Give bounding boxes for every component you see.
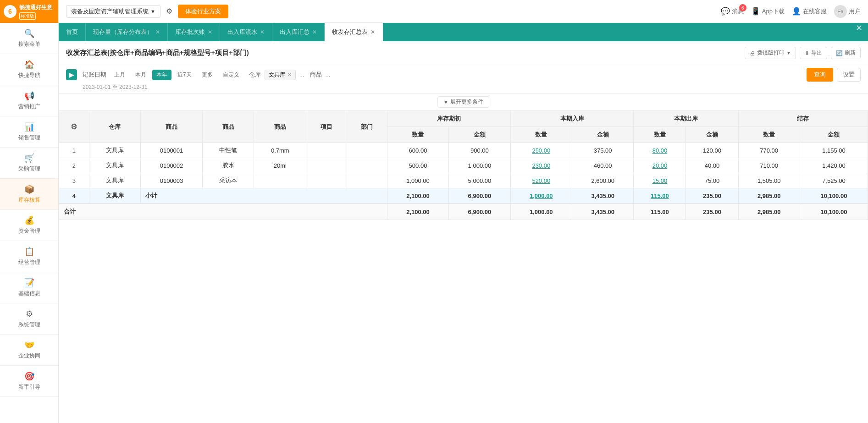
sidebar-item-search[interactable]: 🔍 搜索菜单 <box>0 23 58 54</box>
sidebar-item-inventory[interactable]: 📦 库存核算 <box>0 179 58 210</box>
tab-batch-ledger[interactable]: 库存批次账 ✕ <box>168 23 220 41</box>
row-project-0 <box>306 143 347 158</box>
sidebar-item-basic-info[interactable]: 📝 基础信息 <box>0 272 58 303</box>
row-in-amt-0: 375.00 <box>572 143 634 158</box>
row-out-qty-0[interactable]: 80.00 <box>634 143 686 158</box>
sidebar-item-enterprise[interactable]: 🤝 企业协同 <box>0 335 58 366</box>
marketing-icon: 📢 <box>24 91 34 101</box>
warehouse-tag-text: 文具库 <box>269 71 285 79</box>
warehouse-filter: 仓库 文具库 ✕ ... <box>249 70 304 80</box>
filter-toggle-arrow[interactable]: ▶ <box>66 69 77 80</box>
message-action[interactable]: 💬 消息 6 <box>721 7 744 16</box>
row-in-qty-2[interactable]: 520.00 <box>510 173 572 188</box>
sidebar-item-finance[interactable]: 💰 资金管理 <box>0 210 58 241</box>
row-open-qty-2: 1,000.00 <box>387 173 448 188</box>
tab-close-in-out-summary[interactable]: ✕ <box>312 29 317 35</box>
sidebar-item-purchase[interactable]: 🛒 采购管理 <box>0 148 58 179</box>
table-row: 2 文具库 0100002 胶水 20ml 500.00 1,000.00 23… <box>59 158 868 173</box>
sidebar-item-quick-nav[interactable]: 🏠 快捷导航 <box>0 54 58 85</box>
system-select[interactable]: 装备及固定资产辅助管理系统 ▼ <box>66 5 160 18</box>
row-dept-2 <box>347 173 387 188</box>
sub-open-qty: 数量 <box>387 127 448 143</box>
topbar: 装备及固定资产辅助管理系统 ▼ ⚙ 体验行业方案 💬 消息 6 📱 App下载 … <box>59 0 868 23</box>
sidebar-item-system[interactable]: ⚙ 系统管理 <box>0 303 58 335</box>
date-btn-this-month[interactable]: 本月 <box>131 70 150 80</box>
row-index-1: 2 <box>59 158 89 173</box>
tab-home-label: 首页 <box>66 28 78 36</box>
tab-close-inventory-dist[interactable]: ✕ <box>155 29 160 35</box>
date-filter-group: 记账日期 上月 本月 本年 近7天 更多 自定义 <box>83 70 243 80</box>
expand-more-btn[interactable]: ▼ 展开更多条件 <box>437 96 489 108</box>
date-btn-custom[interactable]: 自定义 <box>219 70 243 80</box>
sub-out-amt: 金额 <box>686 127 738 143</box>
sidebar-item-marketing[interactable]: 📢 营销推广 <box>0 85 58 116</box>
row-open-qty-1: 500.00 <box>387 158 448 173</box>
query-action-buttons: 查询 设置 <box>807 68 861 82</box>
sidebar-item-operations[interactable]: 📋 经营管理 <box>0 241 58 272</box>
row-in-qty-1[interactable]: 230.00 <box>510 158 572 173</box>
tab-recv-send-summary[interactable]: 收发存汇总表 ✕ <box>325 23 383 41</box>
avatar: Ea <box>834 5 847 18</box>
total-close-qty: 2,985.00 <box>738 203 800 220</box>
refresh-btn[interactable]: 🔄 刷新 <box>831 47 861 59</box>
sidebar-item-newbie[interactable]: 🎯 新手引导 <box>0 366 58 397</box>
print-btn[interactable]: 🖨 拨镜版打印 ▼ <box>745 47 796 59</box>
row-dept-1 <box>347 158 387 173</box>
search-icon: 🔍 <box>24 28 34 38</box>
tab-close-in-out-flow[interactable]: ✕ <box>260 29 265 35</box>
product-more-btn[interactable]: ... <box>326 71 331 78</box>
row-out-qty-1[interactable]: 20.00 <box>634 158 686 173</box>
row-spec-0: 0.7mm <box>254 143 306 158</box>
warehouse-tag-close[interactable]: ✕ <box>287 71 292 78</box>
date-btn-last-month[interactable]: 上月 <box>110 70 129 80</box>
col-opening-header: 库存期初 <box>387 111 510 127</box>
print-icon: 🖨 <box>750 50 755 56</box>
sidebar-label-finance: 资金管理 <box>18 227 40 235</box>
tab-close-batch-ledger[interactable]: ✕ <box>208 29 212 35</box>
date-btn-more[interactable]: 更多 <box>198 70 217 80</box>
refresh-icon: 🔄 <box>836 50 843 56</box>
sub-in-amt: 金额 <box>572 127 634 143</box>
table-settings-icon[interactable]: ⚙ <box>71 123 77 131</box>
row-warehouse-1: 文具库 <box>89 158 141 173</box>
date-btn-7days[interactable]: 近7天 <box>173 70 196 80</box>
app-download-action[interactable]: 📱 App下载 <box>751 7 785 16</box>
date-btn-this-year[interactable]: 本年 <box>152 70 171 80</box>
export-label: 导出 <box>811 49 822 57</box>
row-name-0: 中性笔 <box>202 143 254 158</box>
warehouse-tag: 文具库 ✕ <box>265 70 296 80</box>
col-settings-header[interactable]: ⚙ <box>59 111 89 143</box>
row-open-amt-1: 1,000.00 <box>449 158 510 173</box>
product-filter: 商品 ... <box>310 71 331 79</box>
query-btn[interactable]: 查询 <box>807 68 833 82</box>
gear-icon[interactable]: ⚙ <box>166 7 172 16</box>
total-row: 合计 2,100.00 6,900.00 1,000.00 3,435.00 1… <box>59 203 868 220</box>
warehouse-more-btn[interactable]: ... <box>299 71 304 78</box>
export-btn[interactable]: ⬇ 导出 <box>800 47 827 59</box>
user-action[interactable]: Ea 用户 <box>834 5 861 18</box>
tab-home[interactable]: 首页 <box>59 23 86 41</box>
date-options: 上月 本月 本年 近7天 更多 自定义 <box>110 70 243 80</box>
exp-btn[interactable]: 体验行业方案 <box>178 5 228 18</box>
sidebar-item-sales[interactable]: 📊 销售管理 <box>0 116 58 148</box>
online-service-action[interactable]: 👤 在线客服 <box>792 7 827 16</box>
subtotal-index: 4 <box>59 188 89 204</box>
subtotal-out-amt: 235.00 <box>686 188 738 204</box>
logo-icon: 6 <box>4 5 17 18</box>
chevron-down-icon: ▼ <box>150 9 155 14</box>
close-page-btn[interactable]: ✕ <box>850 23 868 41</box>
col-outgoing-header: 本期出库 <box>634 111 738 127</box>
row-out-qty-2[interactable]: 15.00 <box>634 173 686 188</box>
settings-btn[interactable]: 设置 <box>837 68 861 82</box>
tab-inventory-dist[interactable]: 现存量（库存分布表） ✕ <box>86 23 168 41</box>
sidebar-label-basic-info: 基础信息 <box>18 290 40 297</box>
table-row: 3 文具库 0100003 采访本 1,000.00 5,000.00 520.… <box>59 173 868 188</box>
row-open-amt-2: 5,000.00 <box>449 173 510 188</box>
tab-close-recv-send-summary[interactable]: ✕ <box>370 29 375 35</box>
row-open-qty-0: 600.00 <box>387 143 448 158</box>
row-in-qty-0[interactable]: 250.00 <box>510 143 572 158</box>
row-code-1: 0100002 <box>141 158 202 173</box>
tab-in-out-flow[interactable]: 出入库流水 ✕ <box>220 23 272 41</box>
tab-in-out-summary[interactable]: 出入库汇总 ✕ <box>272 23 325 41</box>
expand-more-bar: ▼ 展开更多条件 <box>59 93 868 110</box>
